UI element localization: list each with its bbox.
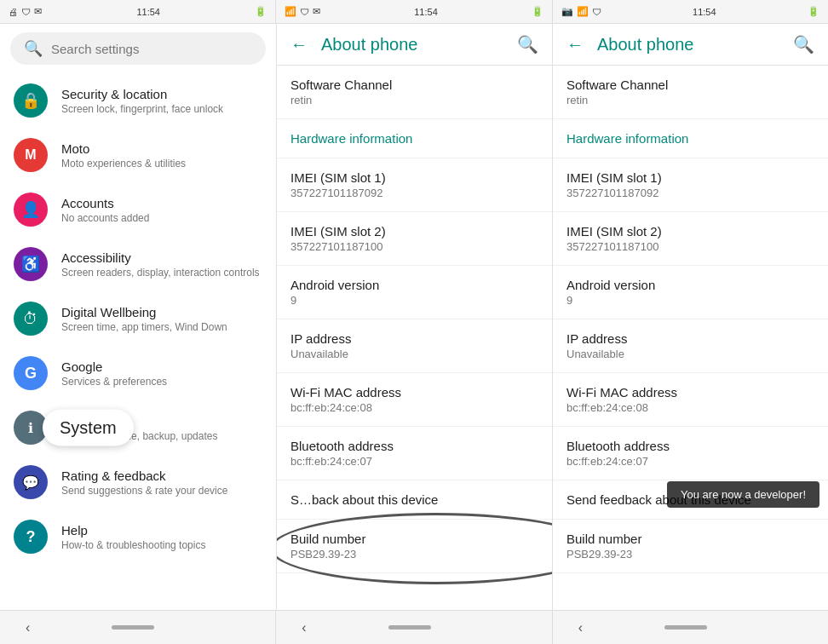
imei2-title-right: IMEI (SIM slot 2) [566,224,814,239]
imei1-sub-right: 357227101187092 [566,187,814,199]
about-wifi-right[interactable]: Wi-Fi MAC address bc:ff:eb:24:ce:08 [553,373,828,427]
about-imei2-mid[interactable]: IMEI (SIM slot 2) 357227101187100 [277,212,552,266]
settings-list: 🔒 Security & location Screen lock, finge… [0,73,276,610]
moto-title: Moto [61,141,262,156]
google-icon: G [14,356,48,390]
settings-item-system[interactable]: ℹ System Languages, time, backup, update… [0,400,276,455]
imei2-title-mid: IMEI (SIM slot 2) [290,224,538,239]
msg-icon: ✉ [34,6,42,17]
wifi-sub-mid: bc:ff:eb:24:ce:08 [290,401,538,414]
back-nav-mid[interactable]: ‹ [302,620,306,635]
status-icons-right: 📷 📶 🛡 [561,6,601,17]
wifi-sub-right: bc:ff:eb:24:ce:08 [566,401,814,414]
system-tooltip-text: System [60,418,117,437]
about-build-right[interactable]: Build number PSB29.39-23 [553,520,828,573]
accounts-text: Accounts No accounts added [61,196,262,224]
settings-item-moto[interactable]: M Moto Moto experiences & utilities [0,128,276,182]
nav-pill-right [664,625,707,630]
rating-subtitle: Send suggestions & rate your device [61,485,262,497]
msg-icon-2: ✉ [313,6,320,17]
about-android-mid[interactable]: Android version 9 [277,266,552,319]
status-right-2: 🔋 [532,6,543,17]
about-title-right: About phone [597,35,779,55]
back-nav-left[interactable]: ‹ [26,620,30,635]
bottom-section-left: ‹ [0,611,276,644]
panel-header-right: ← About phone 🔍 [553,24,828,66]
developer-toast: You are now a developer! [667,481,819,508]
phone-icon-3: 📶 [577,6,589,17]
about-bluetooth-mid[interactable]: Bluetooth address bc:ff:eb:24:ce:07 [277,427,552,480]
back-button-right[interactable]: ← [566,35,584,55]
android-title-mid: Android version [290,278,538,292]
google-title: Google [61,359,262,374]
bluetooth-sub-mid: bc:ff:eb:24:ce:07 [290,455,538,468]
panel-header-mid: ← About phone 🔍 [277,24,552,66]
settings-item-google[interactable]: G Google Services & preferences [0,346,276,400]
about-android-right[interactable]: Android version 9 [553,266,828,319]
android-sub-right: 9 [566,294,814,307]
ip-title-mid: IP address [290,331,538,346]
about-panel-right: ← About phone 🔍 Software Channel retin H… [553,24,828,610]
android-title-right: Android version [566,278,814,292]
wifi-title-right: Wi-Fi MAC address [566,385,814,400]
status-icons-left: 🖨 🛡 ✉ [9,6,42,17]
status-icons-mid: 📶 🛡 ✉ [285,6,320,17]
status-right-3: 🔋 [808,6,819,17]
android-sub-mid: 9 [290,294,538,307]
battery-icon-1: 🔋 [255,6,267,17]
about-ip-mid[interactable]: IP address Unavailable [277,319,552,373]
accessibility-icon: ♿ [14,247,48,281]
settings-item-security[interactable]: 🔒 Security & location Screen lock, finge… [0,73,276,128]
back-button-mid[interactable]: ← [290,35,308,55]
about-software-channel-mid[interactable]: Software Channel retin [277,66,552,119]
nav-pill-left [112,625,154,630]
camera-icon: 📷 [561,6,573,17]
settings-item-accessibility[interactable]: ♿ Accessibility Screen readers, display,… [0,237,276,291]
bluetooth-title-mid: Bluetooth address [290,439,538,453]
status-section-mid: 📶 🛡 ✉ 11:54 🔋 [276,0,552,23]
about-bluetooth-right[interactable]: Bluetooth address bc:ff:eb:24:ce:07 [553,427,828,480]
about-imei1-mid[interactable]: IMEI (SIM slot 1) 357227101187092 [277,158,552,212]
settings-panel: 🔍 Search settings 🔒 Security & location … [0,24,277,610]
search-button-right[interactable]: 🔍 [793,34,814,55]
imei2-sub-right: 357227101187100 [566,240,814,253]
about-feedback-mid[interactable]: S…back about this device [277,480,552,520]
security-subtitle: Screen lock, fingerprint, face unlock [61,103,262,115]
about-imei1-right[interactable]: IMEI (SIM slot 1) 357227101187092 [553,158,828,212]
status-time-3: 11:54 [693,7,716,17]
settings-item-help[interactable]: ? Help How-to & troubleshooting topics [0,509,276,564]
build-title-right: Build number [566,532,814,546]
settings-item-accounts[interactable]: 👤 Accounts No accounts added [0,182,276,237]
digital-wellbeing-icon: ⏱ [14,302,48,336]
help-subtitle: How-to & troubleshooting topics [61,539,262,551]
search-bar[interactable]: 🔍 Search settings [10,32,266,65]
rating-icon: 💬 [14,465,48,499]
settings-item-rating[interactable]: 💬 Rating & feedback Send suggestions & r… [0,455,276,509]
about-software-channel-right[interactable]: Software Channel retin [553,66,828,119]
help-text: Help How-to & troubleshooting topics [61,523,262,551]
search-button-mid[interactable]: 🔍 [517,34,538,55]
security-title: Security & location [61,87,262,101]
security-text: Security & location Screen lock, fingerp… [61,87,262,115]
digital-wellbeing-subtitle: Screen time, app timers, Wind Down [61,321,262,333]
feedback-title-mid: S…back about this device [290,492,538,507]
ip-title-right: IP address [566,331,814,346]
back-nav-right[interactable]: ‹ [578,620,583,635]
about-list-right: Software Channel retin Hardware informat… [553,66,828,610]
shield-icon: 🛡 [21,7,31,17]
accessibility-subtitle: Screen readers, display, interaction con… [61,267,262,279]
about-wifi-mid[interactable]: Wi-Fi MAC address bc:ff:eb:24:ce:08 [277,373,552,427]
nav-pill-mid [388,625,431,630]
imei1-sub-mid: 357227101187092 [290,187,538,199]
software-channel-sub-right: retin [566,94,814,106]
settings-item-digital-wellbeing[interactable]: ⏱ Digital Wellbeing Screen time, app tim… [0,291,276,346]
accessibility-title: Accessibility [61,250,262,265]
imei2-sub-mid: 357227101187100 [290,240,538,253]
software-channel-sub-mid: retin [290,94,538,106]
about-imei2-right[interactable]: IMEI (SIM slot 2) 357227101187100 [553,212,828,266]
about-build-mid[interactable]: Build number PSB29.39-23 [277,520,552,573]
rating-title: Rating & feedback [61,469,262,483]
bottom-section-mid: ‹ [276,611,552,644]
about-hardware-info-right: Hardware information [553,119,828,158]
about-ip-right[interactable]: IP address Unavailable [553,319,828,373]
